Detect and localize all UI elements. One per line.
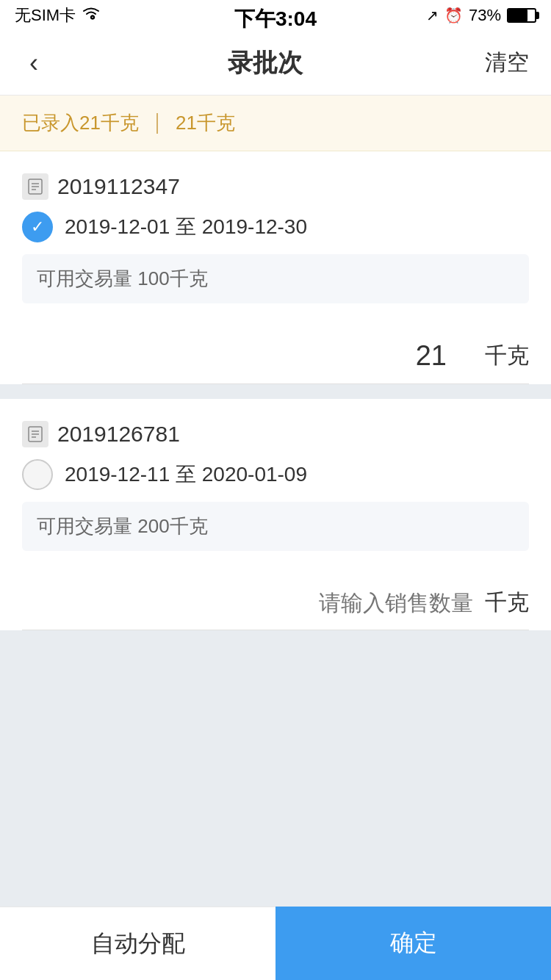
card-2-date: 2019-12-11 至 2020-01-09 [65,461,307,489]
wifi-icon [82,6,101,25]
card-1-radio[interactable]: ✓ [22,212,53,242]
page-title: 录批次 [228,46,303,80]
checkmark-icon: ✓ [31,219,44,235]
batch-card-2: 2019126781 2019-12-11 至 2020-01-09 可用交易量… [0,399,551,630]
auto-distribute-button[interactable]: 自动分配 [0,907,276,980]
card-2-icon [22,421,48,447]
banner-divider [156,113,158,134]
card-2-radio[interactable] [22,459,53,490]
quantity-input-2[interactable] [22,591,473,616]
location-icon: ↗ [426,7,439,24]
card-1-item: 2019112347 ✓ 2019-12-01 至 2019-12-30 可用交… [0,151,551,325]
card-2-date-row[interactable]: 2019-12-11 至 2020-01-09 [22,459,529,490]
bottom-bar: 自动分配 确定 [0,907,551,980]
status-time: 下午3:04 [234,5,317,33]
nav-bar: ‹ 录批次 清空 [0,31,551,96]
alarm-icon: ⏰ [444,7,463,24]
card-1-quantity-value: 21 [416,340,447,372]
battery-icon [507,8,536,23]
card-2-header: 2019126781 [22,421,529,447]
card-1-id: 2019112347 [57,174,180,199]
page-content: 2019112347 ✓ 2019-12-01 至 2019-12-30 可用交… [0,151,551,980]
batch-card-1: 2019112347 ✓ 2019-12-01 至 2019-12-30 可用交… [0,151,551,384]
back-button[interactable]: ‹ [22,40,46,86]
card-2-available: 可用交易量 200千克 [22,502,529,551]
info-banner: 已录入21千克 21千克 [0,96,551,151]
recorded-amount-label: 已录入21千克 [22,110,139,136]
status-right: ↗ ⏰ 73% [426,6,536,25]
card-1-header: 2019112347 [22,173,529,200]
card-1-date: 2019-12-01 至 2019-12-30 [65,213,307,241]
section-divider [0,384,551,399]
card-1-available: 可用交易量 100千克 [22,254,529,303]
card-2-item: 2019126781 2019-12-11 至 2020-01-09 可用交易量… [0,399,551,573]
recorded-amount-value: 21千克 [176,110,235,136]
card-1-quantity-unit: 千克 [485,341,529,371]
card-1-quantity-row: 21 千克 [0,325,551,383]
card-2-id: 2019126781 [57,422,180,447]
card-1-icon [22,173,48,200]
card-1-date-row[interactable]: ✓ 2019-12-01 至 2019-12-30 [22,212,529,242]
clear-button[interactable]: 清空 [485,48,529,78]
status-bar: 无SIM卡 下午3:04 ↗ ⏰ 73% [0,0,551,31]
sim-label: 无SIM卡 [15,4,76,26]
card-2-quantity-unit: 千克 [485,588,529,618]
status-left: 无SIM卡 [15,4,101,26]
confirm-button[interactable]: 确定 [276,907,551,980]
battery-percent: 73% [469,6,501,25]
card-2-quantity-row: 千克 [0,573,551,630]
